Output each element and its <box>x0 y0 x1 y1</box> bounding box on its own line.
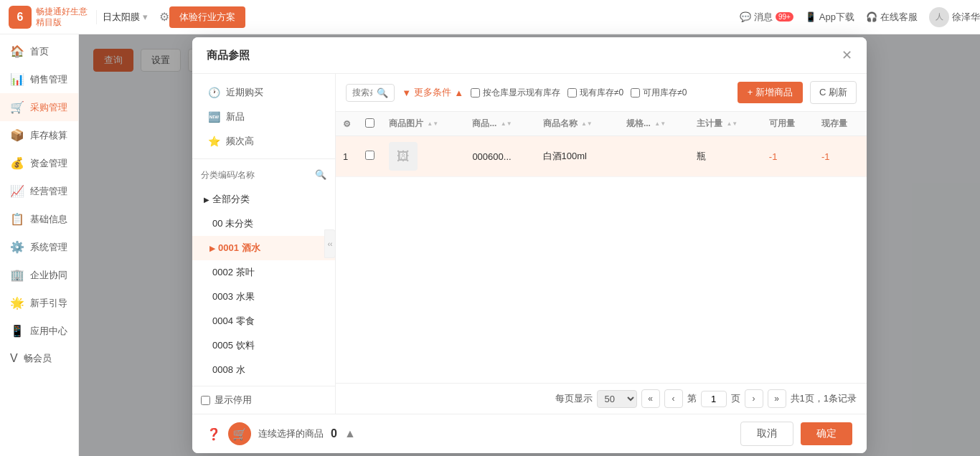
sidebar-item-basic[interactable]: 📋 基础信息 <box>0 205 78 233</box>
last-page-btn[interactable]: » <box>768 389 786 408</box>
sidebar-item-inventory[interactable]: 📦 库存核算 <box>0 121 78 149</box>
page-size-select[interactable]: 50 100 <box>597 390 637 408</box>
more-filter-btn[interactable]: ▼ 更多条件 ▲ <box>402 86 463 99</box>
sidebar-item-home[interactable]: 🏠 首页 <box>0 37 78 65</box>
sidebar-item-system[interactable]: ⚙️ 系统管理 <box>0 233 78 261</box>
pagination-bar: 每页显示 50 100 « ‹ 第 页 › » 共 <box>336 383 867 414</box>
modal-close-btn[interactable]: ✕ <box>842 47 852 63</box>
cancel-btn[interactable]: 取消 <box>740 422 793 446</box>
purchase-icon: 🛒 <box>10 100 24 114</box>
left-panel-tabs: 🕐 近期购买 🆕 新品 ⭐ 频次高 <box>192 74 335 153</box>
sidebar-item-apps[interactable]: 📱 应用中心 <box>0 317 78 345</box>
selected-label: 连续选择的商品 <box>258 427 324 440</box>
settings-icon[interactable]: ⚙ <box>159 10 169 24</box>
experience-btn[interactable]: 体验行业方案 <box>169 6 245 28</box>
row-unit: 瓶 <box>689 136 762 177</box>
online-service-nav-item[interactable]: 🎧 在线客服 <box>866 11 918 24</box>
messages-nav-item[interactable]: 💬 消息 99+ <box>740 11 793 24</box>
filter-icon: ▼ <box>402 87 411 98</box>
left-panel-collapse-btn[interactable]: ‹‹ <box>324 229 336 258</box>
store-name: 日太阳膜 <box>103 11 140 24</box>
user-nav-item[interactable]: 人 徐泽华 <box>929 7 980 27</box>
add-product-btn[interactable]: + 新增商品 <box>738 82 803 103</box>
store-selector[interactable]: 日太阳膜 ▾ <box>97 8 154 27</box>
category-search-input[interactable] <box>201 170 311 180</box>
available-nonzero-label: 可用库存≠0 <box>643 87 687 99</box>
sidebar-item-sales[interactable]: 📊 销售管理 <box>0 65 78 93</box>
sidebar-item-guide[interactable]: 🌟 新手引导 <box>0 289 78 317</box>
show-disabled-label: 显示停用 <box>215 394 252 407</box>
left-tab-recent[interactable]: 🕐 近期购买 <box>201 81 326 104</box>
left-tab-new[interactable]: 🆕 新品 <box>201 105 326 128</box>
category-item-0008[interactable]: 0008 水 <box>192 358 335 382</box>
main-layout: 🏠 首页 📊 销售管理 🛒 采购管理 📦 库存核算 💰 资金管理 📈 经营管理 … <box>0 34 980 456</box>
sidebar-item-member[interactable]: V 畅会员 <box>0 345 78 372</box>
available-nonzero-filter[interactable]: 可用库存≠0 <box>631 87 687 99</box>
product-search-input[interactable] <box>352 87 372 98</box>
messages-label: 消息 <box>754 11 773 24</box>
col-code-header: 商品... ▲▼ <box>465 112 535 136</box>
table-settings-icon[interactable]: ⚙ <box>343 119 351 129</box>
help-icon[interactable]: ❓ <box>207 427 221 441</box>
stock-nonzero-filter[interactable]: 现有库存≠0 <box>567 87 623 99</box>
row-img-cell: 🖼 <box>382 136 465 177</box>
sidebar-item-collab[interactable]: 🏢 企业协同 <box>0 261 78 289</box>
operations-icon: 📈 <box>10 184 24 198</box>
show-disabled-toggle[interactable]: 显示停用 <box>201 394 326 407</box>
sidebar-item-purchase[interactable]: 🛒 采购管理 <box>0 93 78 121</box>
logo-text: 畅捷通好生意 精目版 <box>36 6 88 27</box>
category-search-icon[interactable]: 🔍 <box>315 169 326 180</box>
col-available-header: 可用量 <box>762 112 814 136</box>
page-size-label: 每页显示 <box>555 392 593 405</box>
next-page-btn[interactable]: › <box>745 389 763 408</box>
app-download-nav-item[interactable]: 📱 App下载 <box>805 11 854 24</box>
product-img: 🖼 <box>389 142 418 171</box>
footer-collapse-icon[interactable]: ▲ <box>344 427 356 440</box>
search-icon[interactable]: 🔍 <box>377 87 388 98</box>
table-row[interactable]: 1 🖼 000600... 白酒100ml <box>336 136 867 177</box>
row-checkbox[interactable] <box>365 151 374 160</box>
first-page-btn[interactable]: « <box>641 389 660 408</box>
frequent-label: 频次高 <box>226 135 254 148</box>
confirm-btn[interactable]: 确定 <box>801 422 852 445</box>
sidebar-label-apps: 应用中心 <box>30 325 67 338</box>
modal-body: 🕐 近期购买 🆕 新品 ⭐ 频次高 <box>192 74 867 414</box>
code-sort-icon: ▲▼ <box>501 120 512 127</box>
category-name-0003: 0003 水果 <box>212 290 255 303</box>
col-spec-header: 规格... ▲▼ <box>619 112 689 136</box>
modal-footer: ❓ 🛒 连续选择的商品 0 ▲ 取消 确定 <box>192 414 867 453</box>
category-item-00[interactable]: 00 未分类 <box>192 212 335 236</box>
category-item-0003[interactable]: 0003 水果 <box>192 285 335 309</box>
category-item-0002[interactable]: 0002 茶叶 <box>192 260 335 285</box>
sales-icon: 📊 <box>10 72 24 86</box>
left-panel: 🕐 近期购买 🆕 新品 ⭐ 频次高 <box>192 74 336 414</box>
category-item-0004[interactable]: 0004 零食 <box>192 309 335 333</box>
img-sort-icon: ▲▼ <box>427 120 438 127</box>
row-stock: -1 <box>814 136 867 177</box>
refresh-btn[interactable]: C 刷新 <box>810 81 857 104</box>
page-number-input[interactable] <box>701 391 727 407</box>
category-item-all[interactable]: ▶ 全部分类 <box>192 187 335 212</box>
select-all-checkbox[interactable] <box>365 118 374 128</box>
show-disabled-checkbox[interactable] <box>201 396 210 405</box>
filter-label: 更多条件 <box>414 86 451 99</box>
available-nonzero-checkbox[interactable] <box>631 88 640 98</box>
sidebar-item-finance[interactable]: 💰 资金管理 <box>0 149 78 177</box>
sidebar-label-system: 系统管理 <box>30 241 67 254</box>
warehouse-checkbox[interactable] <box>471 88 480 98</box>
collapse-icon: ‹‹ <box>328 240 333 248</box>
recent-icon: 🕐 <box>208 87 220 98</box>
stock-nonzero-checkbox[interactable] <box>567 88 577 98</box>
sidebar-label-member: 畅会员 <box>24 352 52 365</box>
warehouse-filter[interactable]: 按仓库显示现有库存 <box>471 87 560 99</box>
category-list: ▶ 全部分类 00 未分类 ▶ 0001 酒水 0002 茶 <box>192 184 335 386</box>
category-name-0002: 0002 茶叶 <box>212 266 255 279</box>
sidebar-item-operations[interactable]: 📈 经营管理 <box>0 177 78 205</box>
prev-page-btn[interactable]: ‹ <box>664 389 683 408</box>
cart-icon[interactable]: 🛒 <box>228 422 251 445</box>
left-panel-divider <box>192 158 335 159</box>
left-tab-frequent[interactable]: ⭐ 频次高 <box>201 130 326 153</box>
category-item-0005[interactable]: 0005 饮料 <box>192 333 335 358</box>
headset-icon: 🎧 <box>866 11 877 22</box>
category-item-0001[interactable]: ▶ 0001 酒水 <box>192 236 335 260</box>
